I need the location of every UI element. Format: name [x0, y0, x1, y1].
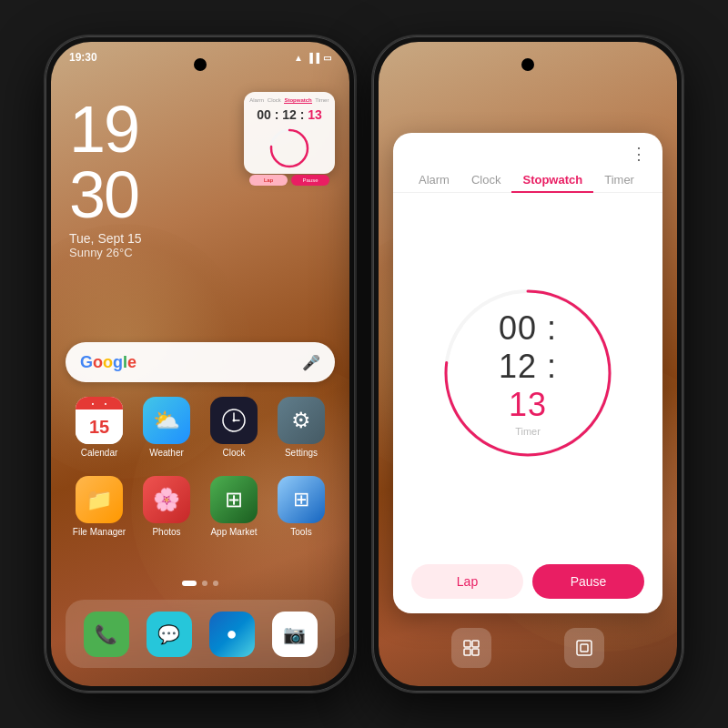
- mini-tab-alarm[interactable]: Alarm: [249, 97, 264, 104]
- appmarket-icon: ⊞: [210, 476, 258, 523]
- google-logo: Google: [80, 353, 136, 372]
- timer-ring: 00 : 12 : 13 Timer: [437, 282, 619, 464]
- svg-rect-11: [472, 649, 479, 655]
- wallpaper-left: 19:30 ▲ ▐▐ ▭ 19 30 Tue, Sept 15 Sunny 26…: [51, 42, 349, 686]
- svg-rect-10: [464, 649, 470, 655]
- mini-tab-clock[interactable]: Clock: [267, 97, 281, 104]
- svg-rect-13: [581, 644, 588, 652]
- calendar-icon: • • 15: [76, 397, 123, 444]
- pause-button[interactable]: Pause: [532, 564, 644, 599]
- lap-button[interactable]: Lap: [411, 564, 523, 599]
- status-time: 19:30: [69, 51, 97, 64]
- app-photos[interactable]: 🌸 Photos: [137, 476, 197, 537]
- timer-time: 00 : 12 : 13: [482, 309, 573, 424]
- mini-progress-ring: [267, 126, 312, 171]
- app-label-settings: Settings: [285, 448, 318, 458]
- wallpaper-right: ⋮ Alarm Clock Stopwatch Timer: [379, 42, 677, 686]
- mini-action-buttons: Lap Pause: [249, 175, 329, 186]
- app-dock: 📞 💬 ● 📷: [66, 600, 335, 668]
- battery-icon: ▭: [323, 53, 331, 63]
- stopwatch-display: 00 : 12 : 13 Timer: [393, 193, 662, 553]
- timer-minutes: 12: [499, 348, 537, 385]
- timer-sublabel: Timer: [482, 426, 573, 437]
- google-search-bar[interactable]: Google 🎤: [66, 342, 335, 382]
- mini-timer-time: 00 : 12 : 13: [249, 107, 329, 122]
- app-tools[interactable]: ⊞ Tools: [272, 476, 331, 537]
- phone-icon: 📞: [95, 623, 117, 645]
- clock-widget: 19 30 Tue, Sept 15 Sunny 26°C: [69, 96, 142, 259]
- app-clock[interactable]: Clock: [205, 397, 264, 458]
- mini-lap-button[interactable]: Lap: [249, 175, 288, 186]
- tab-stopwatch[interactable]: Stopwatch: [511, 167, 593, 192]
- right-screen: ⋮ Alarm Clock Stopwatch Timer: [379, 42, 677, 686]
- dock-messages[interactable]: 💬: [147, 612, 192, 657]
- messages-icon: 💬: [157, 623, 180, 645]
- stopwatch-buttons: Lap Pause: [393, 553, 662, 613]
- app-settings[interactable]: ⚙ Settings: [272, 397, 331, 458]
- dot-1: [202, 581, 207, 586]
- app-label-filemanager: File Manager: [73, 527, 126, 537]
- app-label-appmarket: App Market: [210, 527, 257, 537]
- mini-stopwatch-widget[interactable]: Alarm Clock Stopwatch Timer 00 : 12 : 13…: [244, 92, 335, 174]
- app-calendar[interactable]: • • 15 Calendar: [70, 397, 129, 458]
- nav-recent-apps[interactable]: [451, 628, 491, 668]
- tab-alarm[interactable]: Alarm: [408, 167, 460, 192]
- mini-tabs: Alarm Clock Stopwatch Timer: [249, 97, 329, 104]
- nav-back[interactable]: [564, 628, 604, 668]
- settings-icon: ⚙: [278, 397, 325, 444]
- tab-clock[interactable]: Clock: [460, 167, 512, 192]
- status-icons: ▲ ▐▐ ▭: [294, 53, 331, 63]
- left-screen: 19:30 ▲ ▐▐ ▭ 19 30 Tue, Sept 15 Sunny 26…: [51, 42, 349, 686]
- tab-timer[interactable]: Timer: [593, 167, 645, 192]
- filemanager-icon: 📁: [76, 476, 123, 523]
- timer-hours: 00: [499, 309, 537, 347]
- weather-icon: ⛅: [143, 397, 190, 444]
- app-filemanager[interactable]: 📁 File Manager: [70, 476, 129, 537]
- clock-hour: 19: [69, 96, 142, 162]
- tools-icon: ⊞: [278, 476, 325, 523]
- camera-icon: 📷: [283, 623, 306, 645]
- app-tabs: Alarm Clock Stopwatch Timer: [393, 164, 662, 193]
- dock-phone[interactable]: 📞: [84, 612, 129, 657]
- clock-app: ⋮ Alarm Clock Stopwatch Timer: [393, 133, 662, 613]
- mini-tab-stopwatch[interactable]: Stopwatch: [284, 97, 311, 104]
- app-label-clock: Clock: [222, 448, 245, 458]
- svg-rect-8: [464, 641, 470, 647]
- signal-icon: ▐▐: [307, 53, 319, 63]
- timer-text: 00 : 12 : 13 Timer: [482, 309, 573, 437]
- clock-weather: Sunny 26°C: [69, 246, 142, 259]
- microphone-icon[interactable]: 🎤: [302, 354, 320, 371]
- app-header: ⋮: [393, 133, 662, 164]
- app-weather[interactable]: ⛅ Weather: [137, 397, 197, 458]
- mini-pause-button[interactable]: Pause: [291, 175, 329, 186]
- app-row-1: • • 15 Calendar ⛅ Weathe: [66, 397, 335, 458]
- camera-hole-right: [521, 58, 534, 71]
- dock-browser[interactable]: ●: [209, 612, 255, 657]
- page-dots: [51, 581, 349, 586]
- wifi-icon: ▲: [294, 53, 303, 63]
- bottom-nav-right: [379, 628, 677, 668]
- app-appmarket[interactable]: ⊞ App Market: [205, 476, 264, 537]
- photos-icon: 🌸: [143, 476, 190, 523]
- svg-rect-12: [577, 641, 592, 655]
- app-label-calendar: Calendar: [81, 448, 118, 458]
- dot-active: [182, 581, 197, 586]
- app-grid: • • 15 Calendar ⛅ Weathe: [66, 397, 335, 555]
- status-bar-left: 19:30 ▲ ▐▐ ▭: [69, 51, 331, 64]
- dot-2: [213, 581, 218, 586]
- app-row-2: 📁 File Manager 🌸 Photos ⊞: [66, 476, 335, 537]
- clock-app-icon: [210, 397, 258, 444]
- svg-rect-9: [472, 641, 479, 647]
- timer-seconds: 13: [509, 386, 547, 423]
- svg-point-5: [233, 420, 236, 422]
- app-label-weather: Weather: [149, 448, 184, 458]
- right-phone: ⋮ Alarm Clock Stopwatch Timer: [373, 36, 682, 692]
- dock-camera[interactable]: 📷: [272, 612, 318, 657]
- clock-minute: 30: [69, 162, 142, 228]
- mini-tab-timer[interactable]: Timer: [315, 97, 329, 104]
- left-phone: 19:30 ▲ ▐▐ ▭ 19 30 Tue, Sept 15 Sunny 26…: [46, 36, 355, 692]
- clock-date: Tue, Sept 15: [69, 231, 142, 246]
- more-menu-icon[interactable]: ⋮: [631, 144, 648, 164]
- browser-icon: ●: [226, 623, 237, 644]
- app-label-photos: Photos: [152, 527, 180, 537]
